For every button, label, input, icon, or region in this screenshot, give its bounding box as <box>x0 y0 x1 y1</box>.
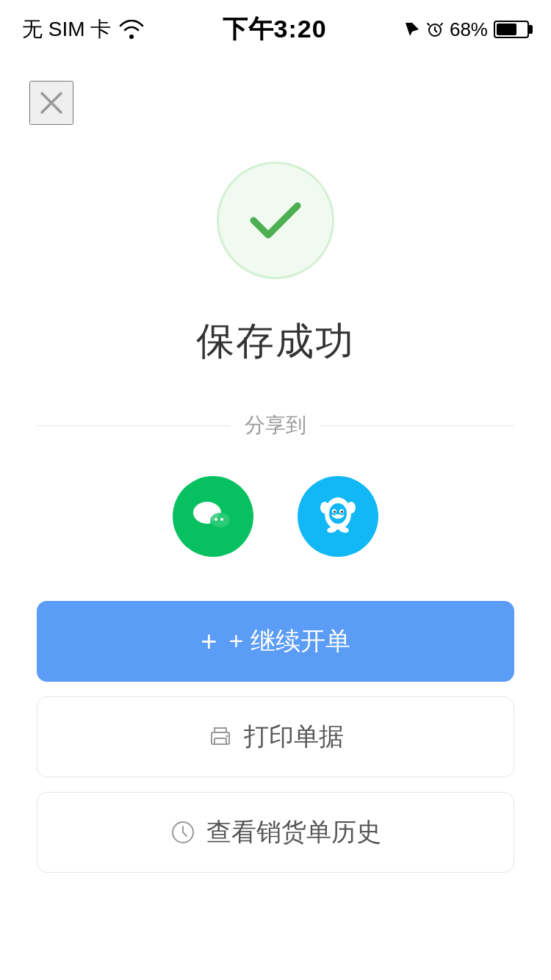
alarm-icon <box>426 21 444 38</box>
wechat-icon <box>190 497 237 537</box>
continue-button[interactable]: + + 继续开单 <box>37 601 514 682</box>
status-right: 68% <box>404 18 529 41</box>
svg-point-10 <box>220 518 223 521</box>
qq-icon <box>314 493 362 541</box>
svg-point-12 <box>329 503 347 524</box>
status-left: 无 SIM 卡 <box>22 15 145 43</box>
close-button[interactable] <box>29 81 73 125</box>
main-content: 保存成功 分享到 <box>0 132 551 887</box>
carrier-label: 无 SIM 卡 <box>22 15 111 43</box>
print-icon <box>207 724 234 750</box>
status-bar: 无 SIM 卡 下午3:20 68% <box>0 0 551 59</box>
success-circle <box>217 162 334 279</box>
svg-point-6 <box>211 513 230 527</box>
svg-point-8 <box>207 509 211 513</box>
success-title: 保存成功 <box>196 316 355 367</box>
wifi-icon <box>118 20 145 39</box>
divider-left <box>37 425 230 426</box>
svg-point-7 <box>200 509 204 513</box>
svg-point-24 <box>226 735 228 738</box>
battery-icon <box>494 21 529 38</box>
close-area <box>0 59 551 132</box>
svg-point-16 <box>341 511 343 513</box>
action-buttons: + + 继续开单 打印单据 查看销货单历史 <box>37 601 514 887</box>
share-section: 分享到 <box>37 411 514 557</box>
share-icons <box>37 476 514 557</box>
location-icon <box>404 21 420 37</box>
divider-right <box>321 425 514 426</box>
svg-point-18 <box>320 502 329 514</box>
history-label: 查看销货单历史 <box>206 815 381 849</box>
svg-point-19 <box>347 502 356 514</box>
battery-percent: 68% <box>450 18 488 41</box>
svg-point-15 <box>334 511 336 513</box>
status-time: 下午3:20 <box>223 12 327 46</box>
share-label: 分享到 <box>245 411 306 439</box>
wechat-share-button[interactable] <box>173 476 253 557</box>
share-divider: 分享到 <box>37 411 514 439</box>
history-icon <box>170 819 196 846</box>
svg-rect-23 <box>215 738 226 744</box>
checkmark-icon <box>242 187 309 253</box>
print-label: 打印单据 <box>244 720 344 754</box>
close-icon <box>37 89 65 117</box>
qq-share-button[interactable] <box>298 476 378 557</box>
svg-point-9 <box>215 518 217 521</box>
history-button[interactable]: 查看销货单历史 <box>37 792 514 873</box>
print-button[interactable]: 打印单据 <box>37 696 514 777</box>
continue-label: + 继续开单 <box>228 624 350 658</box>
plus-icon: + <box>201 626 217 657</box>
